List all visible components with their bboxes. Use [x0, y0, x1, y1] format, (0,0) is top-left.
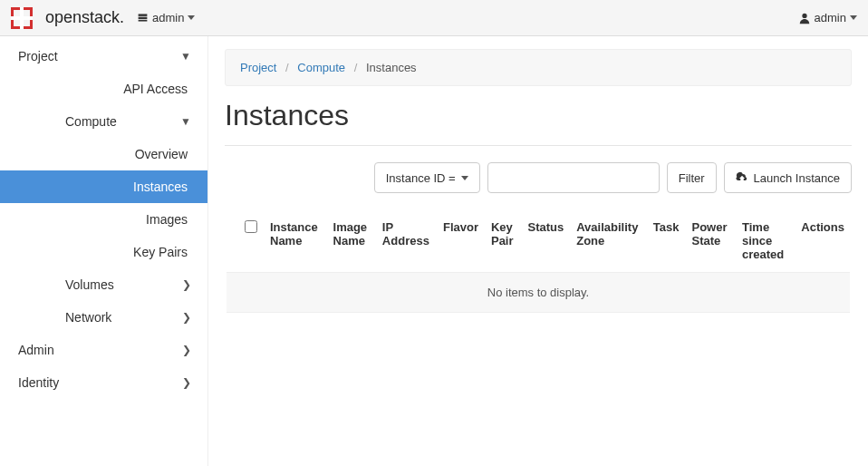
launch-instance-button[interactable]: Launch Instance: [724, 162, 852, 193]
chevron-right-icon: ❯: [182, 344, 191, 356]
top-left: openstack. admin: [11, 7, 195, 29]
filter-button[interactable]: Filter: [667, 162, 717, 193]
project-selector[interactable]: admin: [137, 11, 195, 24]
sidebar-group-compute[interactable]: Compute ▼: [0, 105, 207, 138]
col-image-name[interactable]: Image Name: [328, 211, 375, 270]
sidebar-label: Admin: [18, 343, 54, 357]
main-content: Project / Compute / Instances Instances …: [208, 36, 868, 466]
top-right: admin: [798, 11, 857, 24]
col-actions: Actions: [796, 211, 850, 270]
sidebar-label: Project: [18, 49, 58, 63]
svg-rect-2: [139, 20, 148, 22]
filter-input[interactable]: [487, 162, 660, 193]
col-status[interactable]: Status: [522, 211, 569, 270]
sidebar-item-images[interactable]: Images: [0, 203, 207, 236]
col-az[interactable]: Availability Zone: [571, 211, 646, 270]
col-task[interactable]: Task: [648, 211, 685, 270]
breadcrumb-project[interactable]: Project: [240, 61, 276, 74]
stack-icon: [137, 12, 149, 24]
caret-down-icon: [188, 15, 195, 20]
sidebar-label: Identity: [18, 375, 59, 390]
table-empty-row: No items to display.: [227, 272, 850, 313]
sidebar-item-api-access[interactable]: API Access: [0, 73, 207, 105]
cloud-upload-icon: [736, 171, 748, 184]
top-bar: openstack. admin admin: [0, 0, 868, 36]
chevron-down-icon: ▼: [180, 115, 191, 128]
sidebar-group-volumes[interactable]: Volumes ❯: [0, 268, 207, 301]
empty-message: No items to display.: [227, 272, 850, 313]
breadcrumb: Project / Compute / Instances: [225, 49, 852, 86]
brand-label: openstack.: [45, 8, 124, 27]
sidebar: Project ▼ API Access Compute ▼ Overview …: [0, 36, 208, 466]
page-title: Instances: [225, 99, 852, 132]
project-name: admin: [152, 11, 184, 24]
svg-rect-1: [139, 17, 148, 19]
instances-table: Instance Name Image Name IP Address Flav…: [225, 209, 852, 315]
col-time[interactable]: Time since created: [737, 211, 794, 270]
sidebar-item-overview[interactable]: Overview: [0, 138, 207, 170]
sidebar-label: Compute: [65, 114, 117, 129]
chevron-down-icon: ▼: [180, 50, 191, 63]
divider: [225, 145, 852, 146]
svg-point-3: [802, 13, 806, 17]
toolbar: Instance ID = Filter Launch Instance: [225, 162, 852, 193]
layout: Project ▼ API Access Compute ▼ Overview …: [0, 36, 868, 466]
sidebar-label: Network: [65, 310, 111, 325]
sidebar-item-instances[interactable]: Instances: [0, 170, 207, 203]
user-name: admin: [815, 11, 846, 24]
col-instance-name[interactable]: Instance Name: [265, 211, 326, 270]
sidebar-section-admin[interactable]: Admin ❯: [0, 334, 207, 366]
sidebar-group-network[interactable]: Network ❯: [0, 301, 207, 334]
col-ip[interactable]: IP Address: [377, 211, 436, 270]
table-header: Instance Name Image Name IP Address Flav…: [227, 211, 850, 270]
sidebar-section-project[interactable]: Project ▼: [0, 40, 207, 73]
breadcrumb-current: Instances: [366, 61, 417, 74]
chevron-right-icon: ❯: [182, 278, 191, 291]
col-power[interactable]: Power State: [687, 211, 736, 270]
caret-down-icon: [850, 15, 857, 20]
breadcrumb-compute[interactable]: Compute: [297, 61, 345, 74]
breadcrumb-sep: /: [280, 61, 294, 74]
openstack-logo-icon: [11, 7, 33, 29]
svg-rect-0: [139, 14, 148, 15]
filter-field-dropdown[interactable]: Instance ID =: [374, 162, 480, 193]
sidebar-label: Volumes: [65, 277, 114, 292]
caret-down-icon: [461, 176, 468, 180]
chevron-right-icon: ❯: [182, 311, 191, 324]
user-icon: [798, 12, 811, 24]
user-menu[interactable]: admin: [798, 11, 857, 24]
sidebar-section-identity[interactable]: Identity ❯: [0, 366, 207, 399]
col-flavor[interactable]: Flavor: [438, 211, 484, 270]
breadcrumb-sep: /: [349, 61, 363, 74]
chevron-right-icon: ❯: [182, 376, 191, 389]
sidebar-item-key-pairs[interactable]: Key Pairs: [0, 236, 207, 268]
col-key-pair[interactable]: Key Pair: [486, 211, 521, 270]
select-all-checkbox[interactable]: [245, 220, 257, 233]
